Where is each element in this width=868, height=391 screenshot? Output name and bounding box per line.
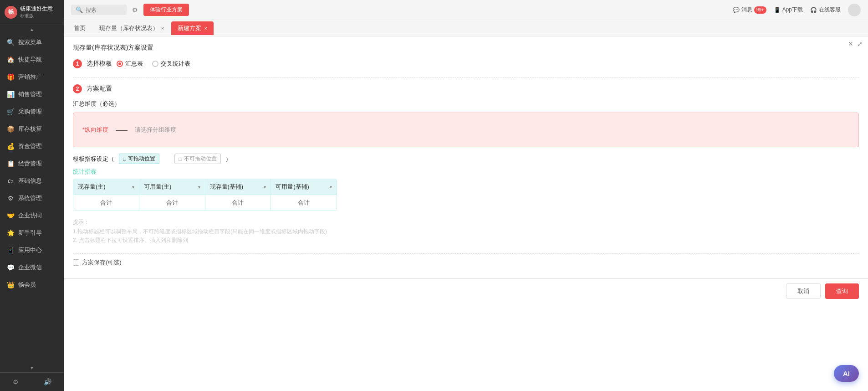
radio-summary-label: 汇总表 xyxy=(125,60,143,68)
app-download-item[interactable]: 📱 App下载 xyxy=(774,6,803,14)
radio-cross[interactable]: 交叉统计表 xyxy=(152,60,190,68)
headset-icon: 🎧 xyxy=(810,7,817,13)
stats-col-0[interactable]: 现存量(主) ▾ xyxy=(73,179,139,195)
stats-col-3[interactable]: 可用量(基辅) ▾ xyxy=(271,179,337,195)
sidebar-scroll-down[interactable]: ▼ xyxy=(0,364,64,372)
chart-icon: 📊 xyxy=(6,90,15,98)
sidebar-item-label: 基础信息 xyxy=(18,177,42,185)
tab-inventory-close-icon[interactable]: × xyxy=(161,26,164,31)
sidebar-item-system[interactable]: ⚙ 系统管理 xyxy=(0,190,64,207)
user-avatar[interactable] xyxy=(848,4,861,16)
message-item[interactable]: 💬 消息 99+ xyxy=(733,6,766,14)
sidebar-item-purchase[interactable]: 🛒 采购管理 xyxy=(0,103,64,120)
chevron-down-icon-0[interactable]: ▾ xyxy=(132,185,134,190)
sidebar-item-marketing[interactable]: 🎁 营销推广 xyxy=(0,68,64,86)
app-download-label: App下载 xyxy=(782,6,803,14)
stats-cell-0: 合计 xyxy=(73,195,139,211)
sidebar-item-quick-nav[interactable]: 🏠 快捷导航 xyxy=(0,51,64,68)
section2-header: 2 方案配置 xyxy=(73,84,859,93)
sidebar-logo: 畅 畅康通好生意 标准版 xyxy=(0,0,64,25)
tab-new-scheme[interactable]: 新建方案 × xyxy=(171,21,213,35)
message-label: 消息 xyxy=(741,6,752,14)
sidebar-item-wechat[interactable]: 💬 企业微信 xyxy=(0,259,64,276)
page-title: 现存量(库存状况表)方案设置 xyxy=(73,44,859,52)
settings-icon[interactable]: ⚙ xyxy=(9,376,22,387)
sidebar-item-app-center[interactable]: 📱 应用中心 xyxy=(0,242,64,259)
sidebar-item-label: 新手引导 xyxy=(18,229,42,237)
tab-home-label: 首页 xyxy=(74,24,86,32)
chevron-down-icon-3[interactable]: ▾ xyxy=(330,185,332,190)
tab-new-scheme-label: 新建方案 xyxy=(178,24,201,32)
tab-inventory-status[interactable]: 现存量（库存状况表） × xyxy=(93,21,170,35)
sidebar-item-label: 库存核算 xyxy=(18,125,42,133)
tips-label: 提示： xyxy=(73,218,859,226)
box-icon: 📦 xyxy=(6,125,15,133)
save-option-text: 方案保存(可选) xyxy=(82,258,122,267)
sidebar-item-label: 经营管理 xyxy=(18,159,42,168)
save-checkbox[interactable] xyxy=(73,259,79,266)
message-badge: 99+ xyxy=(754,6,766,14)
chevron-down-icon-2[interactable]: ▾ xyxy=(264,185,266,190)
save-option-label[interactable]: 方案保存(可选) xyxy=(73,253,859,271)
sidebar-item-label: 搜索菜单 xyxy=(18,38,42,46)
audio-icon[interactable]: 🔊 xyxy=(40,376,55,387)
stats-col-2[interactable]: 现存量(基辅) ▾ xyxy=(205,179,271,195)
immovable-label: 不可拖动位置 xyxy=(184,155,217,163)
sidebar-scroll-up[interactable]: ▲ xyxy=(0,25,64,34)
sidebar-item-inventory[interactable]: 📦 库存核算 xyxy=(0,120,64,138)
handshake-icon: 🤝 xyxy=(6,211,15,220)
content-inner: 现存量(库存状况表)方案设置 1 选择模板 汇总表 交叉统计表 xyxy=(64,36,868,278)
section1-header: 1 选择模板 汇总表 交叉统计表 xyxy=(73,59,859,68)
sidebar-item-cooperation[interactable]: 🤝 企业协同 xyxy=(0,207,64,224)
sidebar-item-operations[interactable]: 📋 经营管理 xyxy=(0,155,64,172)
tab-inventory-label: 现存量（库存状况表） xyxy=(99,24,158,32)
gear-settings-icon[interactable]: ⚙ xyxy=(132,6,138,14)
radio-summary[interactable]: 汇总表 xyxy=(117,60,143,68)
search-box[interactable]: 🔍 xyxy=(71,5,127,15)
sidebar-item-sales[interactable]: 📊 销售管理 xyxy=(0,86,64,103)
crown-icon: 👑 xyxy=(6,281,15,289)
tabbar: 首页 现存量（库存状况表） × 新建方案 × xyxy=(64,20,868,36)
indicator-setting-row: 模板指标设定（ □ 可拖动位置 □ 不可拖动位置 ） xyxy=(73,154,859,164)
movable-icon: □ xyxy=(123,156,126,162)
trial-industry-button[interactable]: 体验行业方案 xyxy=(143,4,189,16)
tab-home[interactable]: 首页 xyxy=(67,21,92,35)
sidebar-item-search-menu[interactable]: 🔍 搜索菜单 xyxy=(0,34,64,51)
ai-bubble[interactable]: Ai xyxy=(834,365,859,382)
star-icon: 🌟 xyxy=(6,229,15,237)
sidebar-item-new-guide[interactable]: 🌟 新手引导 xyxy=(0,224,64,242)
search-input[interactable] xyxy=(86,7,122,13)
app-logo-icon: 畅 xyxy=(5,6,17,19)
download-icon: 📱 xyxy=(774,7,781,13)
dimension-config-label: 汇总维度（必选） xyxy=(73,100,859,108)
sidebar-item-member[interactable]: 👑 畅会员 xyxy=(0,276,64,293)
sidebar-item-label: 应用中心 xyxy=(18,246,42,254)
app-version: 标准版 xyxy=(20,13,53,19)
sidebar-item-label: 快捷导航 xyxy=(18,56,42,64)
indicator-separator xyxy=(164,155,170,163)
sidebar-item-basic-info[interactable]: 🗂 基础信息 xyxy=(0,172,64,190)
tips-item-1: 2. 点击标题栏下拉可设置排序、插入列和删除列 xyxy=(73,237,859,244)
tips-item-0: 1.拖动标题栏可以调整布局，不可跨维度或指标区域拖动栏目字段(只能在同一维度或指… xyxy=(73,228,859,236)
topbar: 🔍 ⚙ 体验行业方案 💬 消息 99+ 📱 App下载 🎧 在线客服 xyxy=(64,0,868,20)
section2-num: 2 xyxy=(73,84,82,93)
window-close-icon[interactable]: ✕ xyxy=(848,40,853,47)
stats-cell-3: 合计 xyxy=(271,195,337,211)
stats-cell-2: 合计 xyxy=(205,195,271,211)
stats-col-1[interactable]: 可用量(主) ▾ xyxy=(139,179,205,195)
radio-summary-dot xyxy=(117,61,123,67)
window-maximize-icon[interactable]: ⤢ xyxy=(857,40,863,47)
chevron-down-icon-1[interactable]: ▾ xyxy=(198,185,200,190)
cancel-button[interactable]: 取消 xyxy=(786,283,821,299)
online-service-item[interactable]: 🎧 在线客服 xyxy=(810,6,841,14)
stats-table-header: 现存量(主) ▾ 可用量(主) ▾ 现存量(基辅) ▾ 可用量(基辅) xyxy=(73,179,337,195)
wechat-icon: 💬 xyxy=(6,263,15,272)
indicator-movable-badge: □ 可拖动位置 xyxy=(119,154,159,164)
tab-new-scheme-close-icon[interactable]: × xyxy=(204,26,207,31)
home-icon: 🏠 xyxy=(6,56,15,64)
sidebar-item-finance[interactable]: 💰 资金管理 xyxy=(0,138,64,155)
movable-label: 可拖动位置 xyxy=(128,155,155,163)
message-icon: 💬 xyxy=(733,7,740,13)
query-button[interactable]: 查询 xyxy=(825,283,859,299)
dimension-placeholder[interactable]: 请选择分组维度 xyxy=(135,126,176,134)
